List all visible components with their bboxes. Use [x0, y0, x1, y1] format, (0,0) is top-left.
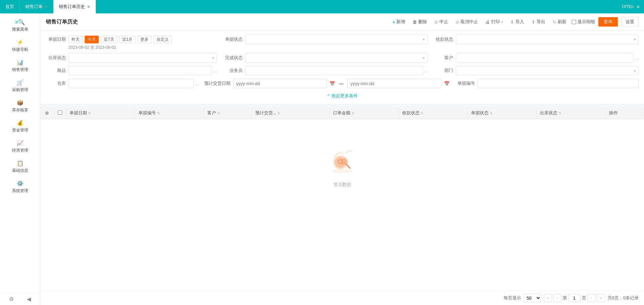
th-order-amount[interactable]: 订单金额 ⇅: [330, 107, 398, 119]
sort-amount-icon[interactable]: ⇅: [352, 111, 354, 115]
th-settings[interactable]: ⚙: [40, 107, 54, 119]
tab-home[interactable]: 首页: [0, 0, 20, 13]
empty-illustration: [327, 146, 357, 176]
th-expected-delivery[interactable]: 预计交货... ⇅: [252, 107, 330, 119]
date-btn-yesterday[interactable]: 昨天: [69, 36, 83, 43]
select-all-checkbox[interactable]: [58, 110, 62, 115]
new-label: 新增: [396, 19, 405, 25]
sort-outbound-status-icon[interactable]: ⇅: [559, 111, 561, 115]
next-page-button[interactable]: ›: [588, 294, 596, 302]
print-dropdown-icon: ▾: [501, 20, 503, 24]
sidebar: ≡🔍 搜索菜单 ⚡ 快捷导航 📊 销售管理 🛒 采购管理 📦 库存核算 💰 资金…: [0, 13, 40, 305]
sidebar-settings-icon[interactable]: ⚙: [9, 296, 14, 302]
total-info: 共0页，0条记录: [608, 295, 639, 301]
top-bar-close-icon[interactable]: ✕: [636, 4, 640, 9]
delivery-date-end[interactable]: [347, 79, 441, 88]
calendar-icon-end[interactable]: 📅: [444, 81, 449, 86]
sort-voucher-status-icon[interactable]: ⇅: [490, 111, 492, 115]
sidebar-item-purchase-mgmt[interactable]: 🛒 采购管理: [0, 77, 40, 96]
sidebar-item-sales-mgmt[interactable]: 📊 销售管理: [0, 56, 40, 75]
calendar-icon-start[interactable]: 📅: [330, 81, 335, 86]
display-toggle-checkbox[interactable]: [572, 20, 576, 24]
outbound-status-select[interactable]: ▾: [69, 53, 217, 63]
tab-sales-order[interactable]: 销售订单 ✕: [20, 0, 53, 13]
th-receipt-status[interactable]: 收款状态 ⇅: [398, 107, 467, 119]
th-voucher-status[interactable]: 单据状态 ⇅: [468, 107, 536, 119]
per-page-select[interactable]: 10 20 50 100: [524, 294, 541, 302]
filter-delivery-date: 预计交货日期 📅 — 📅: [204, 79, 449, 88]
sales-mgmt-icon: 📊: [17, 59, 24, 66]
product-input[interactable]: [69, 66, 212, 75]
filter-row-1: 单据日期 昨天 今天 近7天 近1月 更多 自定义 单据状态 ▾: [46, 35, 639, 44]
last-page-button[interactable]: »: [597, 294, 605, 302]
filter-voucher-status: 单据状态 ▾: [222, 35, 428, 44]
cancel-stop-icon: ⊘: [456, 20, 459, 25]
basic-info-icon: 📋: [17, 160, 24, 166]
prev-page-button[interactable]: ‹: [553, 294, 561, 302]
th-voucher-date[interactable]: 单据日期 ⇅: [66, 107, 135, 119]
sort-voucher-date-icon[interactable]: ⇅: [88, 111, 91, 115]
import-button[interactable]: ⬇ 导入: [508, 17, 526, 26]
date-separator: —: [339, 81, 343, 86]
new-button[interactable]: + 新增: [390, 17, 407, 26]
date-btn-today[interactable]: 今天: [85, 36, 99, 43]
voucher-status-select[interactable]: ▾: [245, 35, 428, 44]
date-btn-1month[interactable]: 近1月: [119, 36, 136, 43]
department-select[interactable]: ▾: [456, 66, 639, 75]
salesperson-input[interactable]: [245, 66, 423, 75]
receipt-status-select[interactable]: ▾: [456, 35, 639, 44]
collapse-link[interactable]: ⌃ 收起更多条件: [46, 91, 639, 100]
svg-line-4: [346, 164, 350, 168]
tab-sales-order-history-close[interactable]: ✕: [87, 5, 90, 9]
sidebar-item-search-menu[interactable]: ≡🔍 搜索菜单: [0, 16, 40, 35]
first-page-button[interactable]: «: [544, 294, 552, 302]
voucher-number-label: 单据编号: [455, 80, 475, 86]
sidebar-item-finance[interactable]: 💰 资金管理: [0, 117, 40, 136]
cancel-stop-button[interactable]: ⊘ 取消中止: [454, 17, 480, 26]
sidebar-collapse-icon[interactable]: ◀: [27, 296, 31, 302]
query-button[interactable]: 查询: [598, 17, 618, 27]
table-header: ⚙ 单据日期 ⇅ 单据编号 ⇅ 客户: [40, 107, 644, 119]
th-customer[interactable]: 客户 ⇅: [204, 107, 252, 119]
refresh-button[interactable]: ↻ 刷新: [551, 17, 568, 26]
customer-label: 客户: [433, 55, 453, 61]
sidebar-item-inventory[interactable]: 📦 库存核算: [0, 97, 40, 116]
th-voucher-number[interactable]: 单据编号 ⇅: [135, 107, 204, 119]
export-label: 导出: [536, 19, 545, 25]
system-mgmt-icon: ⚙️: [17, 180, 24, 187]
date-btn-7days[interactable]: 近7天: [101, 36, 117, 43]
page-number-input[interactable]: [568, 294, 581, 302]
th-outbound-status[interactable]: 出库状态 ⇅: [536, 107, 605, 119]
sort-customer-icon[interactable]: ⇅: [217, 111, 220, 115]
warehouse-ellipsis[interactable]: ...: [195, 81, 199, 86]
sidebar-item-basic-info[interactable]: 📋 基础信息: [0, 157, 40, 176]
stop-button[interactable]: ⊘ 中止: [432, 17, 450, 26]
delete-icon: 🗑: [413, 20, 417, 25]
th-expected-delivery-label: 预计交货...: [255, 110, 276, 115]
delete-button[interactable]: 🗑 删除: [411, 17, 429, 26]
sidebar-item-system-mgmt[interactable]: ⚙️ 系统管理: [0, 178, 40, 196]
sidebar-item-operations[interactable]: 📈 经营管理: [0, 137, 40, 156]
voucher-number-input[interactable]: [478, 79, 639, 88]
department-arrow: ▾: [634, 69, 636, 73]
sidebar-item-quick-nav[interactable]: ⚡ 快捷导航: [0, 36, 40, 55]
date-btn-more[interactable]: 更多: [137, 36, 152, 43]
salesperson-ellipsis[interactable]: ...: [424, 68, 428, 73]
sort-receipt-status-icon[interactable]: ⇅: [421, 111, 423, 115]
settings-button[interactable]: 设置: [621, 17, 639, 27]
delivery-date-start[interactable]: [233, 79, 327, 88]
product-ellipsis[interactable]: ...: [213, 68, 217, 73]
tab-sales-order-close[interactable]: ✕: [45, 5, 48, 9]
date-btn-custom[interactable]: 自定义: [154, 36, 172, 43]
customer-ellipsis[interactable]: ...: [635, 55, 639, 61]
completion-status-select[interactable]: ▾: [245, 53, 428, 63]
th-voucher-date-label: 单据日期: [70, 110, 87, 115]
tab-sales-order-history[interactable]: 销售订单历史 ✕: [53, 0, 96, 13]
sort-voucher-number-icon[interactable]: ⇅: [157, 111, 160, 115]
customer-input[interactable]: [456, 53, 634, 63]
sort-delivery-icon[interactable]: ⇅: [277, 111, 280, 115]
warehouse-input[interactable]: [69, 79, 194, 88]
print-button[interactable]: 🖨 打印 ▾: [483, 17, 505, 26]
sidebar-item-basic-info-label: 基础信息: [12, 168, 28, 174]
export-button[interactable]: ⬆ 导出: [529, 17, 547, 26]
